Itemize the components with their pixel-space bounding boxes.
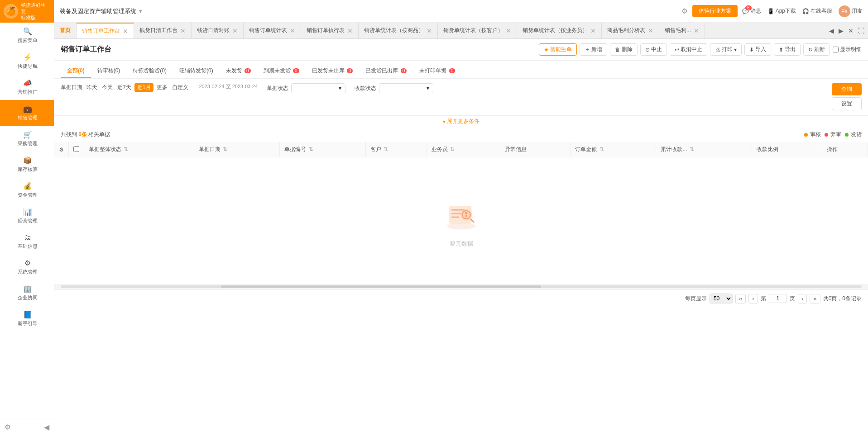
sidebar-item-basic-info[interactable]: 🗂 基础信息 [0,229,54,254]
tab-sales-exec[interactable]: 销售订单执行表 ✕ [301,23,359,39]
review-btn[interactable]: 审核 [804,131,821,138]
ship-action-btn[interactable]: 发货 [845,131,862,138]
tab-close-icon[interactable]: ✕ [648,27,653,34]
next-page-btn[interactable]: › [798,294,807,303]
subtab-pending-review[interactable]: 待审核(0) [91,64,127,78]
th-amount[interactable]: 订单金额 ⇅ [571,142,656,157]
sidebar-item-finance[interactable]: 💰 资金管理 [0,177,54,203]
sidebar-item-inventory[interactable]: 📦 库存核算 [0,152,54,177]
per-page-select[interactable]: 50 10 20 100 [710,294,733,303]
th-received[interactable]: 累计收款... ⇅ [656,142,752,157]
trash-icon: 🗑 [615,47,620,53]
date-custom[interactable]: 自定义 [171,83,190,92]
expand-filter-btn[interactable]: ▾ 展开更多条件 [443,118,480,125]
sidebar-item-quick-nav[interactable]: ⚡ 快捷导航 [0,48,54,74]
first-page-btn[interactable]: « [735,294,746,303]
user-profile-link[interactable]: Ea 用友 [839,5,863,17]
tab-close-icon[interactable]: ✕ [180,27,186,34]
sidebar-item-purchase[interactable]: 🛒 采购管理 [0,126,54,152]
th-settings[interactable]: ⚙ [54,142,69,157]
result-summary: 共找到 0条 相关单据 [61,131,110,138]
show-detail-input[interactable] [833,47,839,52]
subtab-shipped-not-out[interactable]: 已发货未出库 0 [306,64,360,78]
select-all-checkbox[interactable] [73,146,79,152]
tab-sales-summary-customer[interactable]: 销货单统计表（按客户） ✕ [438,23,517,39]
tab-expand-icon[interactable]: ⛶ [856,26,866,35]
tab-sales-order-workbench[interactable]: 销售订单工作台 ✕ [77,23,134,39]
payment-status-select[interactable]: ▾ [379,83,433,93]
date-1month[interactable]: 近1月 [134,83,154,92]
tab-sales-stats[interactable]: 销售订单统计表 ✕ [244,23,301,39]
tab-scroll-right-icon[interactable]: ▶ [837,26,845,35]
tab-home[interactable]: 首页 [54,23,77,39]
tab-product-margin[interactable]: 商品毛利分析表 ✕ [602,23,659,39]
smart-create-btn[interactable]: ★ 智能生单 [539,43,577,56]
topbar-settings-icon[interactable]: ⚙ [681,7,688,15]
subtab-shipped-out[interactable]: 已发货已出库 0 [359,64,413,78]
date-today[interactable]: 今天 [101,83,114,92]
doc-status-select[interactable]: ▾ [291,83,345,93]
sidebar-item-sales[interactable]: 💼 销售管理 [0,100,54,126]
print-btn[interactable]: 🖨 打印 ▾ [710,43,742,56]
tab-close-icon[interactable]: ✕ [590,27,596,34]
tab-cash-reconcile[interactable]: 钱货日清对账 ✕ [192,23,244,39]
last-page-btn[interactable]: » [810,294,820,303]
tab-close-icon[interactable]: ✕ [232,27,238,34]
sidebar-settings-icon[interactable]: ⚙ [5,423,11,431]
tab-sales-summary-staff[interactable]: 销货单统计表（按业务员） ✕ [517,23,602,39]
delete-btn[interactable]: 🗑 删除 [610,43,638,56]
th-doc-date[interactable]: 单据日期 ⇅ [194,142,280,157]
tab-close-icon[interactable]: ✕ [290,27,295,34]
horizontal-scrollbar[interactable] [54,284,868,289]
filter-setting-btn[interactable]: 设置 [832,97,862,110]
tab-sales-extra[interactable]: 销售毛利... ✕ [659,23,705,39]
subtab-overdue-ship[interactable]: 到期未发货 0 [257,64,306,78]
tab-close-icon[interactable]: ✕ [506,27,511,34]
tab-scroll-left-icon[interactable]: ◀ [827,26,836,35]
sidebar-item-search[interactable]: 🔍 搜索菜单 [0,23,54,48]
th-checkbox[interactable] [69,142,84,157]
message-link[interactable]: 💬 6 消息 [742,7,761,15]
tab-close-all-icon[interactable]: ✕ [846,26,855,35]
sidebar-collapse-icon[interactable]: ◀ [44,423,49,431]
import-btn[interactable]: ⬇ 导入 [744,43,771,56]
refresh-btn[interactable]: ↻ 刷新 [803,43,830,56]
sidebar-item-system[interactable]: ⚙ 系统管理 [0,254,54,280]
subtab-pending-pick[interactable]: 待拣货验货(0) [126,64,173,78]
th-staff[interactable]: 业务员 ⇅ [427,142,500,157]
subtab-not-shipped[interactable]: 未发货 0 [220,64,257,78]
th-customer[interactable]: 客户 ⇅ [365,142,427,157]
date-7days[interactable]: 近7天 [116,83,133,92]
sidebar-item-enterprise[interactable]: 🏢 企业协同 [0,280,54,306]
doc-status-group: 单据状态 ▾ [267,83,345,93]
cancel-review-btn[interactable]: 弃审 [825,131,841,138]
add-btn[interactable]: ＋ 新增 [580,43,607,56]
cancel-stop-btn[interactable]: ↩ 取消中止 [670,43,707,56]
sidebar-item-guide[interactable]: 📘 新手引导 [0,306,54,332]
query-btn[interactable]: 查询 [832,83,862,95]
show-detail-checkbox[interactable]: 显示明细 [833,46,862,53]
prev-page-btn[interactable]: ‹ [748,294,758,303]
export-btn[interactable]: ⬆ 导出 [774,43,801,56]
subtab-wangpu-ship[interactable]: 旺铺待发货(0) [173,64,220,78]
online-service-link[interactable]: 🎧 在线客服 [802,7,832,15]
th-doc-status[interactable]: 单据整体状态 ⇅ [84,142,194,157]
date-yesterday[interactable]: 昨天 [85,83,99,92]
tab-close-icon[interactable]: ✕ [694,27,699,34]
sidebar-item-operations[interactable]: 📊 经营管理 [0,203,54,229]
th-exception[interactable]: 异常信息 [500,142,571,157]
stop-btn[interactable]: ⊙ 中止 [640,43,667,56]
subtab-not-printed[interactable]: 未打印单据 0 [413,64,461,78]
tab-close-icon[interactable]: ✕ [347,27,353,34]
tab-sales-summary-product[interactable]: 销货单统计表（按商品） ✕ [359,23,438,39]
industry-btn[interactable]: 体验行业方案 [692,5,738,17]
th-doc-no[interactable]: 单据编号 ⇅ [280,142,365,157]
tab-close-icon[interactable]: ✕ [123,28,128,35]
subtab-all[interactable]: 全部(0) [61,64,91,78]
sidebar-item-marketing[interactable]: 📣 营销推广 [0,74,54,100]
page-input[interactable] [769,294,787,303]
app-download-link[interactable]: 📱 App下载 [767,7,796,15]
date-more[interactable]: 更多 [155,83,169,92]
tab-cash-daily[interactable]: 钱货日清工作台 ✕ [134,23,192,39]
tab-close-icon[interactable]: ✕ [427,27,432,34]
